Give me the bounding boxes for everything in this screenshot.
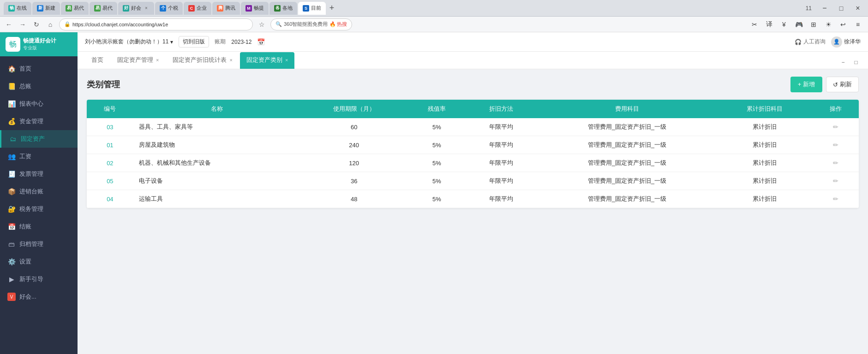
back-button[interactable]: ← xyxy=(4,19,14,30)
grid-icon-btn[interactable]: ⊞ xyxy=(807,18,820,31)
sidebar-item-settings[interactable]: ⚙️ 设置 xyxy=(0,253,78,270)
refresh-button[interactable]: ↺ 刷新 xyxy=(826,77,859,92)
sidebar-logo: 畅 畅捷通好会计 专业版 xyxy=(0,32,78,56)
more-icon: V xyxy=(7,293,16,301)
calendar-icon[interactable]: 📅 xyxy=(257,38,265,46)
page-tab-asset-category[interactable]: 固定资产类别 × xyxy=(240,52,294,69)
page-tab-depreciation-table[interactable]: 固定资产折旧统计表 × xyxy=(166,52,239,69)
tab-minimize-btn[interactable]: − xyxy=(838,58,848,67)
window-maximize-btn[interactable]: □ xyxy=(835,2,848,15)
switch-version-button[interactable]: 切到旧版 xyxy=(179,36,209,48)
table-row: 04 运输工具 48 5% 年限平均 管理费用_固定资产折旧_一级 累计折旧 ✏ xyxy=(87,190,859,208)
translate-icon-btn[interactable]: 译 xyxy=(763,18,776,31)
sidebar-item-more-label: 好会... xyxy=(19,293,36,301)
cell-code-2[interactable]: 02 xyxy=(87,154,133,172)
settings-icon: ⚙️ xyxy=(7,258,16,266)
sidebar-item-home[interactable]: 🏠 首页 xyxy=(0,60,78,78)
sidebar-item-fixed-assets[interactable]: 🗂 固定资产 xyxy=(0,130,78,148)
browser-tab-1[interactable]: 畅 在线 xyxy=(4,2,31,15)
browser-tab-5[interactable]: 好 好会 × xyxy=(118,2,154,15)
new-tab-button[interactable]: + xyxy=(327,3,337,13)
cell-action-2[interactable]: ✏ xyxy=(812,154,859,172)
game-icon-btn[interactable]: 🎮 xyxy=(792,18,805,31)
cell-action-0[interactable]: ✏ xyxy=(812,118,859,136)
add-button[interactable]: + 新增 xyxy=(790,77,822,92)
cell-code-3[interactable]: 05 xyxy=(87,172,133,190)
sidebar-item-reports-label: 报表中心 xyxy=(19,100,43,108)
currency-icon-btn[interactable]: ¥ xyxy=(778,18,790,31)
sidebar-item-archive-label: 归档管理 xyxy=(19,240,43,248)
cell-period-4: 48 xyxy=(300,190,407,208)
cell-expense-4: 管理费用_固定资产折旧_一级 xyxy=(537,190,718,208)
tab-count-badge[interactable]: 11 xyxy=(803,5,814,12)
sidebar-item-payroll-label: 工资 xyxy=(19,152,31,161)
home-button[interactable]: ⌂ xyxy=(45,19,55,30)
sidebar-item-archive[interactable]: 🗃 归档管理 xyxy=(0,235,78,253)
sidebar-item-ledger-label: 总账 xyxy=(19,82,31,90)
cell-method-2: 年限平均 xyxy=(466,154,537,172)
browser-menu-btn[interactable]: ≡ xyxy=(851,18,864,31)
company-selector[interactable]: 刘小艳演示账套（勿删勿动！）11 ▾ xyxy=(85,38,173,46)
browser-tab-10[interactable]: 各 各地 xyxy=(269,2,297,15)
undo-icon-btn[interactable]: ↩ xyxy=(837,18,850,31)
support-button[interactable]: 🎧 人工咨询 xyxy=(795,38,826,46)
home-icon: 🏠 xyxy=(7,65,16,73)
cell-code-1[interactable]: 01 xyxy=(87,136,133,154)
search-bar[interactable]: 🔍 360智能抠图免费用 🔥 热搜 xyxy=(270,18,352,30)
sidebar-item-inventory[interactable]: 📦 进销台账 xyxy=(0,183,78,200)
scissors-icon-btn[interactable]: ✂ xyxy=(748,18,761,31)
browser-tab-11[interactable]: S 目前 xyxy=(298,2,326,15)
window-minimize-btn[interactable]: − xyxy=(818,2,831,15)
sidebar-item-guide[interactable]: ▶ 新手引导 xyxy=(0,270,78,288)
tab-icon-2: 新 xyxy=(37,5,43,12)
cell-action-4[interactable]: ✏ xyxy=(812,190,859,208)
sidebar-item-invoices[interactable]: 🧾 发票管理 xyxy=(0,165,78,183)
cell-action-3[interactable]: ✏ xyxy=(812,172,859,190)
browser-tab-6[interactable]: 个 个税 xyxy=(155,2,183,15)
page-tab-close-depreciation-table[interactable]: × xyxy=(229,57,232,63)
tab-icon-9: M xyxy=(245,5,252,12)
sidebar-item-reports[interactable]: 📊 报表中心 xyxy=(0,95,78,113)
hot-search-icon: 🔥 热搜 xyxy=(329,21,347,28)
sidebar-item-more[interactable]: V 好会... xyxy=(0,288,78,306)
tab-maximize-btn[interactable]: □ xyxy=(851,58,861,67)
edit-icon-0[interactable]: ✏ xyxy=(833,123,838,131)
cell-code-0[interactable]: 03 xyxy=(87,118,133,136)
browser-tabs: 畅 在线 新 新建 易 易代 易 易代 好 好会 × 个 个税 xyxy=(4,2,801,15)
browser-tab-2[interactable]: 新 新建 xyxy=(32,2,60,15)
sidebar-item-funds[interactable]: 💰 资金管理 xyxy=(0,113,78,130)
bookmark-icon[interactable]: ☆ xyxy=(257,19,267,30)
user-info[interactable]: 👤 徐泽华 xyxy=(831,36,861,48)
cell-residual-1: 5% xyxy=(407,136,466,154)
reload-button[interactable]: ↻ xyxy=(31,19,42,30)
sidebar-item-closing-label: 结账 xyxy=(19,222,31,231)
browser-tab-8[interactable]: 腾 腾讯 xyxy=(212,2,240,15)
edit-icon-3[interactable]: ✏ xyxy=(833,177,838,185)
tab-icon-8: 腾 xyxy=(217,5,223,12)
cell-method-4: 年限平均 xyxy=(466,190,537,208)
page-tab-fixed-asset-mgmt[interactable]: 固定资产管理 × xyxy=(111,52,165,69)
tab-label-11: 目前 xyxy=(311,5,321,12)
sidebar-item-payroll[interactable]: 👥 工资 xyxy=(0,148,78,165)
window-close-btn[interactable]: × xyxy=(851,2,864,15)
page-tab-close-fixed-asset-mgmt[interactable]: × xyxy=(156,57,159,63)
sidebar-item-tax[interactable]: 🔐 税务管理 xyxy=(0,200,78,218)
cell-action-1[interactable]: ✏ xyxy=(812,136,859,154)
page-tab-close-asset-category[interactable]: × xyxy=(285,57,288,63)
page-tab-home[interactable]: 首页 xyxy=(85,52,110,69)
browser-tab-4[interactable]: 易 易代 xyxy=(90,2,117,15)
browser-tab-7[interactable]: C 企业 xyxy=(184,2,211,15)
browser-tab-3[interactable]: 易 易代 xyxy=(61,2,89,15)
brightness-icon-btn[interactable]: ☀ xyxy=(822,18,835,31)
forward-button[interactable]: → xyxy=(18,19,28,30)
browser-tab-9[interactable]: M 畅提 xyxy=(241,2,269,15)
edit-icon-2[interactable]: ✏ xyxy=(833,159,838,167)
edit-icon-1[interactable]: ✏ xyxy=(833,141,838,149)
table-body: 03 器具、工具、家具等 60 5% 年限平均 管理费用_固定资产折旧_一级 累… xyxy=(87,118,859,208)
edit-icon-4[interactable]: ✏ xyxy=(833,195,838,203)
cell-code-4[interactable]: 04 xyxy=(87,190,133,208)
tab-close-5[interactable]: × xyxy=(143,5,150,12)
url-bar[interactable]: 🔒 https://cloud.chanjet.com/accounting/u… xyxy=(59,18,253,30)
sidebar-item-ledger[interactable]: 📒 总账 xyxy=(0,78,78,95)
sidebar-item-closing[interactable]: 📅 结账 xyxy=(0,218,78,235)
